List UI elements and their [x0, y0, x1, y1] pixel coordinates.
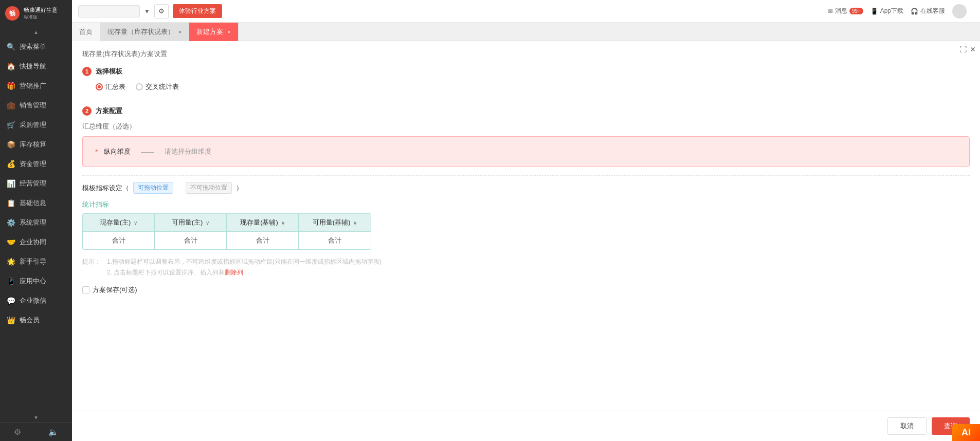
sidebar-item-search[interactable]: 🔍 搜索菜单: [0, 37, 72, 57]
message-button[interactable]: ✉ 消息 99+: [828, 7, 863, 15]
message-badge: 99+: [849, 8, 863, 14]
indicator-settings-label: 模板指标设定（ 可拖动位置 不可拖动位置 ）: [82, 182, 970, 194]
radio-cross[interactable]: 交叉统计表: [136, 82, 179, 91]
template-options: 汇总表 交叉统计表: [82, 82, 970, 91]
sidebar-item-marketing[interactable]: 🎁 营销推广: [0, 76, 72, 96]
sidebar-item-label: 系统管理: [20, 218, 46, 227]
fixed-tag: 不可拖动位置: [186, 182, 232, 194]
content-area: ⛶ ✕ 现存量(库存状况表)方案设置 1 选择模板 汇总表 交叉统: [72, 41, 980, 441]
service-label: 在线客服: [920, 7, 945, 15]
top-settings-button[interactable]: ⚙: [154, 4, 169, 19]
app-name: 畅康通好生意: [24, 6, 58, 13]
sidebar-scroll-up[interactable]: ▲: [0, 27, 72, 37]
sidebar-item-label: 资金管理: [20, 159, 46, 169]
sidebar-item-corp[interactable]: 🤝 企业协同: [0, 232, 72, 252]
main-area: ▼ ⚙ 体验行业方案 ✉ 消息 99+ 📱 App下载 🎧 在线客服 首页: [72, 0, 980, 441]
tab-home[interactable]: 首页: [72, 23, 100, 41]
col-label-2: 现存量(基辅): [240, 218, 278, 227]
star-icon: 🌟: [6, 257, 15, 266]
ai-badge[interactable]: Ai: [952, 424, 980, 441]
sidebar-item-label: 采购管理: [20, 120, 46, 130]
section2-header: 2 方案配置: [82, 106, 970, 116]
save-option: 方案保存(可选): [82, 285, 970, 295]
save-checkbox[interactable]: [82, 286, 89, 293]
tab-new-plan-close[interactable]: ×: [227, 29, 230, 35]
industry-plan-button[interactable]: 体验行业方案: [173, 4, 222, 18]
section-config: 2 方案配置 汇总维度（必选） * 纵向维度 —— 请选择分组维度: [82, 106, 970, 277]
money-icon: 💰: [6, 159, 15, 169]
sidebar-item-label: 基础信息: [20, 198, 46, 208]
sidebar-item-appstore[interactable]: 📱 应用中心: [0, 271, 72, 291]
sidebar-item-wechat[interactable]: 💬 企业微信: [0, 291, 72, 310]
col-dropdown-0[interactable]: ∨: [134, 220, 137, 226]
col-label-1: 可用量(主): [172, 218, 203, 227]
radio-summary[interactable]: 汇总表: [96, 82, 125, 91]
app-download-button[interactable]: 📱 App下载: [870, 7, 903, 15]
sidebar-item-basic[interactable]: 📋 基础信息: [0, 193, 72, 213]
gear-icon: ⚙️: [6, 218, 15, 227]
sidebar-item-label: 新手引导: [20, 257, 46, 266]
tab-inventory-close[interactable]: ×: [178, 29, 182, 35]
app-version: 标准版: [24, 14, 58, 21]
sidebar-item-label: 搜索菜单: [20, 42, 46, 51]
section1-number: 1: [82, 67, 92, 76]
sidebar-item-finance[interactable]: 💰 资金管理: [0, 154, 72, 174]
handshake-icon: 🤝: [6, 237, 15, 247]
content-wrapper: ⛶ ✕ 现存量(库存状况表)方案设置 1 选择模板 汇总表 交叉统: [82, 49, 970, 325]
sidebar-item-label: 企业协同: [20, 237, 46, 247]
home-icon: 🏠: [6, 62, 15, 71]
phone-icon: 📱: [6, 277, 15, 286]
app-download-label: App下载: [880, 7, 903, 15]
section-template: 1 选择模板 汇总表 交叉统计表: [82, 67, 970, 91]
sidebar-item-system[interactable]: ⚙️ 系统管理: [0, 213, 72, 232]
sidebar-item-purchase[interactable]: 🛒 采购管理: [0, 115, 72, 135]
stats-cell-0-3: 合计: [299, 232, 371, 249]
message-icon: ✉: [828, 8, 833, 15]
speaker-icon[interactable]: 🔈: [48, 427, 59, 437]
tab-new-plan-label: 新建方案: [196, 27, 223, 36]
stats-section: 统计指标 现存量(主) ∨ 可用量(主) ∨: [82, 200, 970, 251]
bottom-bar: 取消 查询: [72, 411, 980, 441]
sidebar-item-shortcut[interactable]: 🏠 快捷导航: [0, 57, 72, 76]
search-icon: 🔍: [6, 42, 15, 51]
sidebar-item-sales[interactable]: 💼 销售管理: [0, 96, 72, 115]
col-dropdown-2[interactable]: ∨: [281, 220, 285, 226]
radio-summary-label: 汇总表: [105, 82, 125, 91]
user-avatar: [952, 4, 967, 19]
stats-table-row-0: 合计 合计 合计 合计: [83, 231, 371, 249]
sidebar-scroll-down[interactable]: ▼: [0, 413, 72, 422]
sidebar-item-label: 快捷导航: [20, 62, 46, 71]
top-bar-left: ▼ ⚙ 体验行业方案: [78, 4, 824, 19]
col-dropdown-3[interactable]: ∨: [353, 220, 357, 226]
section1-header: 1 选择模板: [82, 67, 970, 76]
radio-cross-label: 交叉统计表: [146, 82, 179, 91]
tab-home-label: 首页: [79, 27, 93, 36]
stats-table: 现存量(主) ∨ 可用量(主) ∨ 现存量(基辅) ∨: [82, 213, 371, 250]
clipboard-icon: 📋: [6, 198, 15, 208]
box-icon: 📦: [6, 140, 15, 149]
dimension-placeholder[interactable]: 请选择分组维度: [165, 147, 211, 156]
expand-icon[interactable]: ⛶: [959, 45, 967, 53]
stats-table-header: 现存量(主) ∨ 可用量(主) ∨ 现存量(基辅) ∨: [83, 214, 371, 231]
sidebar-item-operation[interactable]: 📊 经营管理: [0, 174, 72, 193]
top-dropdown-arrow[interactable]: ▼: [144, 8, 150, 15]
dimension-label: 纵向维度: [104, 147, 131, 156]
online-service-button[interactable]: 🎧 在线客服: [911, 7, 945, 15]
sidebar-item-vip[interactable]: 👑 畅会员: [0, 310, 72, 330]
tab-new-plan[interactable]: 新建方案 ×: [189, 23, 238, 41]
stats-title: 统计指标: [82, 200, 970, 209]
tab-inventory-status[interactable]: 现存量（库存状况表） ×: [100, 23, 189, 41]
settings-bottom-icon[interactable]: ⚙: [14, 427, 21, 437]
col-dropdown-1[interactable]: ∨: [206, 220, 209, 226]
crown-icon: 👑: [6, 316, 15, 325]
col-header-3: 可用量(基辅) ∨: [299, 214, 371, 231]
cancel-button[interactable]: 取消: [887, 417, 927, 435]
close-icon[interactable]: ✕: [970, 45, 976, 53]
top-search-input[interactable]: [78, 5, 140, 17]
top-bar: ▼ ⚙ 体验行业方案 ✉ 消息 99+ 📱 App下载 🎧 在线客服: [72, 0, 980, 23]
dimension-separator: ——: [141, 148, 154, 156]
sidebar-item-newbie[interactable]: 🌟 新手引导: [0, 252, 72, 271]
stats-cell-0-2: 合计: [227, 232, 299, 249]
sidebar-item-label: 企业微信: [20, 296, 46, 305]
sidebar-item-inventory[interactable]: 📦 库存核算: [0, 135, 72, 154]
